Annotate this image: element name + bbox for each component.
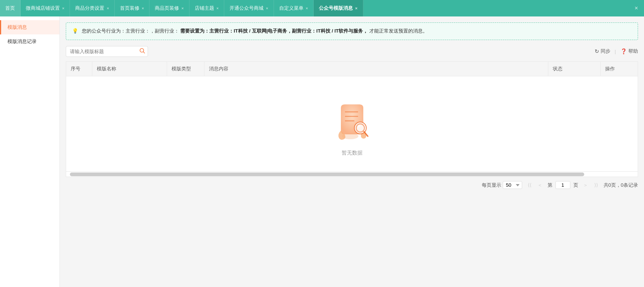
page-total: 共0页，0条记录 — [604, 182, 638, 189]
sidebar-item-template-message-log[interactable]: 模版消息记录 — [0, 34, 59, 49]
current-page-input[interactable] — [555, 181, 570, 189]
search-button[interactable] — [139, 48, 145, 55]
tab-shop-theme[interactable]: 店铺主题 × — [189, 0, 224, 16]
search-left — [66, 46, 148, 57]
help-button[interactable]: ❓ 帮助 — [620, 48, 638, 55]
help-icon: ❓ — [620, 48, 627, 54]
col-type: 模版类型 — [167, 61, 204, 76]
page-size-select[interactable]: 50 10 20 100 — [503, 181, 522, 189]
sidebar: 模版消息 模版消息记录 — [0, 16, 60, 287]
notice-prefix: 您的公众号行业为：主营行业：，副营行业： — [82, 28, 179, 34]
close-home-decoration[interactable]: × — [142, 6, 144, 10]
svg-line-1 — [144, 52, 145, 54]
tab-product-decoration[interactable]: 商品页装修 × — [150, 0, 189, 16]
tab-shop-theme-label: 店铺主题 — [195, 5, 214, 12]
page-size-label: 每页显示 — [482, 182, 501, 189]
col-seq: 序号 — [66, 61, 92, 76]
help-label: 帮助 — [628, 48, 638, 55]
tab-product-decoration-label: 商品页装修 — [155, 5, 179, 12]
close-template-message[interactable]: × — [355, 6, 357, 10]
sync-icon: ↻ — [595, 48, 599, 54]
sync-label: 同步 — [601, 48, 610, 55]
tab-custom-menu-label: 自定义菜单 — [279, 5, 303, 12]
close-shop-settings[interactable]: × — [62, 6, 64, 10]
first-page-button[interactable]: ⟨⟨ — [525, 181, 534, 190]
empty-state-row: 暂无数据 — [66, 76, 638, 171]
table-header-row: 序号 模版名称 模版类型 消息内容 状态 — [66, 61, 638, 76]
horizontal-scrollbar[interactable] — [66, 172, 638, 177]
empty-text: 暂无数据 — [342, 150, 363, 156]
tab-home[interactable]: 首页 — [0, 0, 21, 16]
close-product-decoration[interactable]: × — [181, 6, 184, 10]
tab-open-mall[interactable]: 开通公众号商城 × — [224, 0, 274, 16]
empty-illustration — [330, 99, 375, 144]
close-open-mall[interactable]: × — [266, 6, 268, 10]
page-suffix: 页 — [573, 182, 578, 189]
col-name: 模版名称 — [92, 61, 167, 76]
svg-point-9 — [358, 125, 360, 127]
empty-state: 暂无数据 — [66, 76, 638, 171]
search-bar: ↻ 同步 | ❓ 帮助 — [66, 46, 638, 57]
close-category-settings[interactable]: × — [107, 6, 109, 10]
tab-category-settings-label: 商品分类设置 — [75, 5, 104, 12]
close-shop-theme[interactable]: × — [216, 6, 219, 10]
tab-template-message-label: 公众号模版消息 — [319, 5, 353, 12]
col-action: 操作 — [601, 61, 638, 76]
tab-template-message[interactable]: 公众号模版消息 × — [314, 0, 363, 16]
notice-icon: 💡 — [72, 28, 78, 34]
content-area: 💡 您的公众号行业为：主营行业：，副营行业： 需要设置为：主营行业：IT科技 /… — [60, 16, 644, 287]
notice-suffix: 才能正常发送预置的消息。 — [369, 28, 428, 34]
divider: | — [615, 49, 616, 54]
close-all-tabs[interactable]: × — [629, 5, 644, 12]
tab-home-decoration[interactable]: 首页装修 × — [115, 0, 150, 16]
table-container: 序号 模版名称 模版类型 消息内容 状态 — [66, 61, 638, 172]
main-layout: 模版消息 模版消息记录 💡 您的公众号行业为：主营行业：，副营行业： 需要设置为… — [0, 16, 644, 287]
page-prefix: 第 — [548, 182, 552, 189]
notice-highlight: 需要设置为：主营行业：IT科技 / 互联网|电子商务，副营行业：IT科技 / I… — [180, 28, 368, 34]
tab-open-mall-label: 开通公众号商城 — [229, 5, 264, 12]
sidebar-item-template-message[interactable]: 模版消息 — [0, 20, 59, 34]
tab-category-settings[interactable]: 商品分类设置 × — [70, 0, 114, 16]
last-page-button[interactable]: ⟩⟩ — [592, 181, 601, 190]
tab-home-decoration-label: 首页装修 — [120, 5, 139, 12]
notice-box: 💡 您的公众号行业为：主营行业：，副营行业： 需要设置为：主营行业：IT科技 /… — [66, 22, 638, 40]
scrollbar-thumb[interactable] — [70, 172, 584, 176]
data-table: 序号 模版名称 模版类型 消息内容 状态 — [66, 61, 638, 172]
top-navigation: 首页 微商城店铺设置 × 商品分类设置 × 首页装修 × 商品页装修 × 店铺主… — [0, 0, 644, 16]
close-custom-menu[interactable]: × — [306, 6, 308, 10]
search-input[interactable] — [66, 46, 148, 57]
page-navigation: ⟨⟨ ＜ 第 页 ＞ ⟩⟩ — [525, 181, 601, 190]
next-page-button[interactable]: ＞ — [581, 181, 590, 190]
search-right: ↻ 同步 | ❓ 帮助 — [595, 48, 638, 55]
prev-page-button[interactable]: ＜ — [536, 181, 545, 190]
tab-shop-settings-label: 微商城店铺设置 — [26, 5, 60, 12]
tab-custom-menu[interactable]: 自定义菜单 × — [274, 0, 314, 16]
col-status: 状态 — [548, 61, 601, 76]
col-content: 消息内容 — [204, 61, 548, 76]
tab-home-label: 首页 — [5, 5, 15, 12]
pagination: 每页显示 50 10 20 100 ⟨⟨ ＜ 第 页 ＞ ⟩⟩ 共0页，0条记录 — [66, 177, 638, 190]
sync-button[interactable]: ↻ 同步 — [595, 48, 610, 55]
tab-shop-settings[interactable]: 微商城店铺设置 × — [21, 0, 70, 16]
page-size-selector: 每页显示 50 10 20 100 — [482, 181, 522, 189]
